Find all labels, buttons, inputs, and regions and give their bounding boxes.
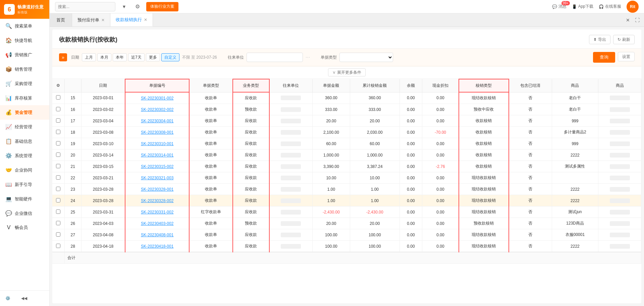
row-checkbox[interactable] (56, 198, 60, 202)
row-checkbox[interactable] (56, 175, 60, 180)
tabbar-expand-btn[interactable]: ⛶ (633, 16, 641, 24)
docno-link[interactable]: SK-20230302-002 (141, 107, 173, 112)
cell-settings[interactable] (52, 184, 64, 195)
cell-settings[interactable] (52, 218, 64, 229)
docno-link[interactable]: SK-20230308-001 (141, 130, 173, 135)
col-header-balance[interactable]: 余额 (399, 79, 422, 92)
tab-collection-close[interactable]: ✕ (144, 17, 147, 22)
cell-settings[interactable] (52, 127, 64, 138)
tab-prepay[interactable]: 预付应付单 ✕ (72, 13, 110, 26)
doctype-select[interactable] (339, 53, 393, 62)
docno-link[interactable]: SK-20230331-002 (141, 210, 173, 215)
docno-link[interactable]: SK-20230408-001 (141, 233, 173, 237)
sidebar-item-system[interactable]: ⚙️ 系统管理 (0, 148, 49, 163)
docno-link[interactable]: SK-20230418-001 (141, 244, 173, 249)
col-header-doctype[interactable]: 单据类型 (189, 79, 232, 92)
row-checkbox[interactable] (56, 232, 60, 237)
cell-settings[interactable] (52, 206, 64, 218)
row-checkbox[interactable] (56, 187, 60, 191)
row-checkbox[interactable] (56, 152, 60, 157)
cell-settings[interactable] (52, 115, 64, 127)
topbar-message-btn[interactable]: 💬 消息 99+ (552, 4, 567, 9)
cell-settings[interactable] (52, 195, 64, 206)
row-checkbox[interactable] (56, 209, 60, 214)
col-header-discount[interactable]: 现金折扣 (422, 79, 459, 92)
export-btn[interactable]: ⬆ 导出 (589, 35, 610, 44)
sidebar-item-purchase[interactable]: 🛒 采购管理 (0, 76, 49, 91)
col-header-writetype[interactable]: 核销类型 (459, 79, 509, 92)
date-this-month-btn[interactable]: 本月 (97, 53, 111, 61)
sidebar-item-baseinfo[interactable]: 📋 基础信息 (0, 134, 49, 148)
sidebar-item-guide[interactable]: 📖 新手引导 (0, 177, 49, 192)
query-btn[interactable]: 查询 (593, 52, 615, 63)
docno-link[interactable]: SK-20230403-002 (141, 221, 173, 226)
cell-settings[interactable] (52, 104, 64, 115)
tabbar-close-btn[interactable]: ✕ (624, 16, 632, 24)
row-checkbox[interactable] (56, 221, 60, 225)
date-more-btn[interactable]: 更多 (146, 53, 160, 61)
partner-input[interactable] (247, 53, 303, 62)
tab-prepay-close[interactable]: ✕ (101, 18, 105, 22)
sidebar-item-inventory[interactable]: 📊 库存核算 (0, 91, 49, 105)
sidebar-item-search[interactable]: 🔍 搜索菜单 (0, 19, 49, 33)
row-checkbox[interactable] (56, 244, 60, 248)
row-checkbox[interactable] (56, 130, 60, 134)
docno-link[interactable]: SK-20230310-001 (141, 141, 173, 146)
sidebar-item-cooperation[interactable]: 🤝 企业协同 (0, 163, 49, 177)
row-checkbox[interactable] (56, 95, 60, 100)
table-wrapper[interactable]: ⚙ 日期 单据编号 单据类型 业务类型 往来单位 单据金额 累计核销金额 余额 … (52, 79, 641, 303)
docno-link[interactable]: SK-20230301-002 (141, 96, 173, 101)
col-header-verified[interactable]: 累计核销金额 (350, 79, 399, 92)
sidebar-settings-btn[interactable]: ⚙️ (0, 293, 16, 303)
row-checkbox[interactable] (56, 118, 60, 123)
sidebar-collapse-btn[interactable]: ◀◀ (16, 293, 33, 303)
docno-link[interactable]: SK-20230314-001 (141, 153, 173, 158)
topbar-search-input[interactable] (55, 2, 115, 11)
sidebar-item-operations[interactable]: 📈 经营管理 (0, 120, 49, 134)
col-header-biztype[interactable]: 业务类型 (233, 79, 269, 92)
sidebar-item-finance[interactable]: 💰 资金管理 (0, 105, 49, 120)
sidebar-item-sales[interactable]: 📦 销售管理 (0, 62, 49, 76)
topbar-solution-btn[interactable]: 体验行业方案 (146, 2, 178, 11)
sidebar-item-quicknav[interactable]: 🏠 快捷导航 (0, 33, 49, 48)
date-custom-btn[interactable]: 自定义 (161, 53, 179, 61)
col-header-includecleared[interactable]: 包含已结清 (509, 79, 552, 92)
sidebar-item-marketing[interactable]: 📢 营销推广 (0, 48, 49, 62)
col-header-docno[interactable]: 单据编号 (125, 79, 189, 92)
docno-link[interactable]: SK-20230315-002 (141, 164, 173, 169)
col-header-goods[interactable]: 商品 (552, 79, 598, 92)
topbar-dropdown-btn[interactable]: ▾ (119, 2, 129, 11)
col-header-goods2[interactable]: 商品 (598, 79, 641, 92)
col-header-settings[interactable]: ⚙ (52, 79, 64, 92)
row-checkbox[interactable] (56, 141, 60, 145)
filter-expand-btn[interactable]: » (59, 53, 67, 61)
cell-settings[interactable] (52, 138, 64, 149)
cell-settings[interactable] (52, 149, 64, 161)
cell-settings[interactable] (52, 229, 64, 241)
settings-btn[interactable]: 设置 (618, 52, 635, 61)
partner-more-btn[interactable]: ··· (306, 54, 310, 60)
tab-home[interactable]: 首页 (50, 13, 72, 26)
docno-link[interactable]: SK-20230304-001 (141, 119, 173, 123)
cell-settings[interactable] (52, 92, 64, 104)
tab-collection[interactable]: 收款核销执行 ✕ (110, 13, 153, 26)
avatar[interactable]: Rit (627, 1, 639, 13)
cell-settings[interactable] (52, 161, 64, 172)
date-last-month-btn[interactable]: 上月 (82, 53, 96, 61)
sidebar-item-hardware[interactable]: 💻 智能硬件 (0, 192, 49, 206)
cell-settings[interactable] (52, 241, 64, 252)
col-header-date[interactable]: 日期 (81, 79, 125, 92)
sidebar-item-wechat[interactable]: 💬 企业微信 (0, 206, 49, 221)
date-this-year-btn[interactable]: 本年 (113, 53, 127, 61)
topbar-gear-btn[interactable]: ⚙ (133, 2, 142, 11)
expand-more-btn[interactable]: ∨ 展开更多条件 (328, 68, 365, 76)
sidebar-item-member[interactable]: V 畅会员 (0, 221, 49, 235)
docno-link[interactable]: SK-20230328-001 (141, 187, 173, 192)
topbar-service-btn[interactable]: 🎧 在线客服 (599, 4, 621, 9)
refresh-btn[interactable]: ↻ 刷新 (613, 35, 635, 44)
docno-link[interactable]: SK-20230328-002 (141, 198, 173, 203)
row-checkbox[interactable] (56, 164, 60, 168)
cell-settings[interactable] (52, 172, 64, 184)
col-header-amount[interactable]: 单据金额 (312, 79, 350, 92)
col-header-partner[interactable]: 往来单位 (269, 79, 312, 92)
